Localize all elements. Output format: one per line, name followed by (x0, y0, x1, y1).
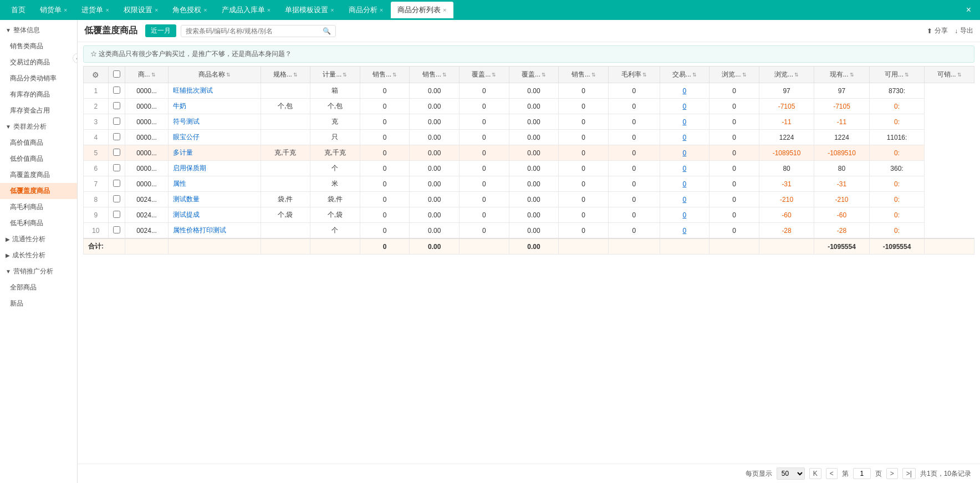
sidebar-item-traded-goods[interactable]: 交易过的商品 (0, 54, 77, 70)
per-page-select[interactable]: 50 100 200 (777, 467, 805, 480)
close-production-tab[interactable]: × (267, 7, 270, 13)
sidebar-item-new-goods[interactable]: 新品 (0, 296, 77, 312)
row-name[interactable]: 符号测试 (169, 114, 261, 130)
row-s7[interactable]: 0 (660, 83, 710, 99)
th-settings[interactable]: ⚙ (84, 67, 109, 83)
nav-tab-purchase[interactable]: 进货单 × (75, 2, 115, 18)
row-checkbox[interactable] (113, 118, 120, 125)
row-checkbox-cell[interactable] (108, 161, 125, 176)
sidebar-section-overall[interactable]: ▼ 整体信息 (0, 22, 77, 38)
row-s7[interactable]: 0 (660, 114, 710, 130)
sidebar-section-liquidity[interactable]: ▶ 流通性分析 (0, 231, 77, 247)
sidebar-item-category-rate[interactable]: 商品分类动销率 (0, 70, 77, 87)
time-filter-button[interactable]: 近一月 (145, 24, 176, 37)
row-checkbox-cell[interactable] (108, 207, 125, 223)
sidebar-section-growth[interactable]: ▶ 成长性分析 (0, 247, 77, 263)
row-checkbox-cell[interactable] (108, 83, 125, 99)
nav-tab-production[interactable]: 产成品入库单 × (215, 2, 277, 18)
th-code[interactable]: 商...⇅ (125, 67, 169, 83)
row-s7[interactable]: 0 (660, 161, 710, 176)
row-checkbox-cell[interactable] (108, 145, 125, 161)
row-s7[interactable]: 0 (660, 223, 710, 239)
row-checkbox-cell[interactable] (108, 192, 125, 207)
settings-icon[interactable]: ⚙ (92, 70, 99, 79)
prev-page-btn[interactable]: < (826, 468, 838, 479)
th-s10[interactable]: 现有...⇅ (814, 67, 869, 83)
sidebar-item-low-coverage[interactable]: 低覆盖度商品 (0, 183, 77, 199)
row-name[interactable]: 牛奶 (169, 99, 261, 114)
close-analysis-list-tab[interactable]: × (443, 7, 446, 13)
row-checkbox[interactable] (113, 149, 120, 156)
sidebar-item-high-coverage[interactable]: 高覆盖度商品 (0, 167, 77, 183)
sidebar-item-high-value[interactable]: 高价值商品 (0, 135, 77, 151)
th-s4[interactable]: 覆盖...⇅ (509, 67, 559, 83)
close-analysis-tab[interactable]: × (380, 7, 383, 13)
row-checkbox[interactable] (113, 87, 120, 94)
search-icon[interactable]: 🔍 (323, 27, 331, 35)
row-checkbox[interactable] (113, 226, 120, 233)
close-sales-tab[interactable]: × (64, 7, 67, 13)
row-checkbox-cell[interactable] (108, 114, 125, 130)
export-button[interactable]: ↓ 导出 (955, 26, 973, 35)
page-input[interactable] (853, 468, 871, 479)
last-page-btn[interactable]: >| (902, 468, 916, 479)
close-purchase-tab[interactable]: × (105, 7, 109, 13)
th-spec[interactable]: 规格...⇅ (261, 67, 310, 83)
row-name[interactable]: 测试提成 (169, 207, 261, 223)
row-name[interactable]: 属性价格打印测试 (169, 223, 261, 239)
row-checkbox-cell[interactable] (108, 99, 125, 114)
th-s6[interactable]: 毛利率⇅ (608, 67, 660, 83)
th-s12[interactable]: 可销...⇅ (925, 67, 974, 83)
close-permission-tab[interactable]: × (155, 7, 158, 13)
nav-tab-role[interactable]: 角色授权 × (166, 2, 213, 18)
share-button[interactable]: ⬆ 分享 (927, 26, 948, 35)
row-checkbox[interactable] (113, 195, 120, 202)
row-name[interactable]: 旺辅批次测试 (169, 83, 261, 99)
nav-tab-sales[interactable]: 销货单 × (33, 2, 74, 18)
first-page-btn[interactable]: K (809, 468, 821, 479)
th-s8[interactable]: 浏览...⇅ (710, 67, 759, 83)
th-s5[interactable]: 销售...⇅ (559, 67, 609, 83)
th-name[interactable]: 商品名称⇅ (169, 67, 261, 83)
th-s7[interactable]: 交易...⇅ (660, 67, 710, 83)
nav-tab-template[interactable]: 单据模板设置 × (278, 2, 340, 18)
sidebar-item-all-goods[interactable]: 全部商品 (0, 279, 77, 296)
row-name[interactable]: 测试数量 (169, 192, 261, 207)
sidebar-item-low-value[interactable]: 低价值商品 (0, 151, 77, 167)
th-s1[interactable]: 销售...⇅ (360, 67, 410, 83)
row-s7[interactable]: 0 (660, 176, 710, 192)
sidebar-item-in-stock[interactable]: 有库存的商品 (0, 87, 77, 103)
row-checkbox[interactable] (113, 180, 120, 187)
row-s7[interactable]: 0 (660, 99, 710, 114)
row-checkbox[interactable] (113, 164, 120, 171)
row-checkbox-cell[interactable] (108, 130, 125, 145)
sidebar-item-high-profit[interactable]: 高毛利商品 (0, 199, 77, 215)
sidebar-item-stock-capital[interactable]: 库存资金占用 (0, 103, 77, 119)
row-checkbox[interactable] (113, 133, 120, 140)
row-name[interactable]: 启用保质期 (169, 161, 261, 176)
th-unit[interactable]: 计量...⇅ (310, 67, 360, 83)
row-checkbox-cell[interactable] (108, 223, 125, 239)
sidebar-item-low-profit[interactable]: 低毛利商品 (0, 215, 77, 231)
sidebar-item-sales-goods[interactable]: 销售类商品 (0, 38, 77, 54)
th-s11[interactable]: 可用...⇅ (869, 67, 924, 83)
nav-tab-analysis-list[interactable]: 商品分析列表 × (391, 2, 453, 18)
th-s2[interactable]: 销售...⇅ (410, 67, 460, 83)
next-page-btn[interactable]: > (886, 468, 898, 479)
close-role-tab[interactable]: × (203, 7, 207, 13)
row-s7[interactable]: 0 (660, 207, 710, 223)
row-s7[interactable]: 0 (660, 192, 710, 207)
th-s3[interactable]: 覆盖...⇅ (460, 67, 509, 83)
close-all-button[interactable]: × (962, 3, 976, 17)
nav-tab-analysis[interactable]: 商品分析 × (342, 2, 390, 18)
row-checkbox[interactable] (113, 102, 120, 109)
row-name[interactable]: 多计量 (169, 145, 261, 161)
th-s9[interactable]: 浏览...⇅ (759, 67, 814, 83)
row-name[interactable]: 眼宝公仔 (169, 130, 261, 145)
row-checkbox-cell[interactable] (108, 176, 125, 192)
row-checkbox[interactable] (113, 211, 120, 218)
search-input[interactable] (186, 27, 320, 35)
row-s7[interactable]: 0 (660, 145, 710, 161)
row-name[interactable]: 属性 (169, 176, 261, 192)
sidebar-section-marketing[interactable]: ▼ 营销推广分析 (0, 263, 77, 279)
